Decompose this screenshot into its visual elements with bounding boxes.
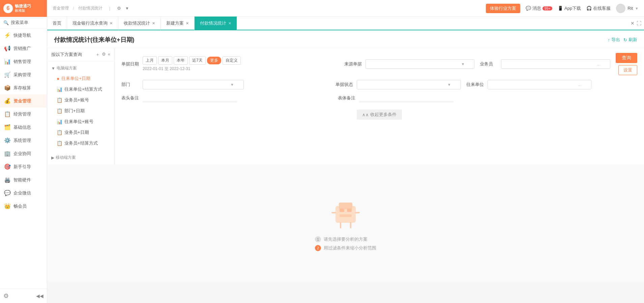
sidebar-item-hardware[interactable]: 🖨️ 智能硬件	[0, 173, 47, 186]
setting-btn[interactable]: 设置	[618, 65, 637, 75]
tab-receipt-stats-label: 收款情况统计	[124, 20, 150, 26]
sidebar-item-finance[interactable]: 💰 资金管理	[0, 94, 47, 108]
empty-illustration	[325, 196, 366, 230]
scheme-item-partner-date[interactable]: ● 往来单位+日期	[47, 73, 114, 84]
source-label: 来源单据	[344, 61, 363, 67]
scheme-active-icon: ●	[57, 76, 59, 81]
scheme-section-mobile-title[interactable]: ▶ 移动端方案	[47, 153, 114, 162]
svg-rect-1	[339, 203, 352, 209]
messages-badge: 99+	[543, 6, 552, 10]
chevron-down-icon[interactable]: ▼	[125, 6, 129, 11]
sidebar-item-quick-nav[interactable]: ⚡ 快捷导航	[0, 29, 47, 42]
tab-home-label: 首页	[53, 20, 61, 26]
scheme-table-icon3: 📋	[57, 130, 62, 135]
bill-status-select[interactable]: ▼	[357, 80, 461, 89]
header-remark-input[interactable]	[143, 94, 237, 102]
sidebar-search[interactable]: 🔍 搜索菜单	[0, 17, 47, 29]
scheme-collapse-icon[interactable]: «	[108, 52, 110, 58]
source-select[interactable]: ▼	[365, 59, 475, 69]
query-btn[interactable]: 查询	[616, 53, 637, 63]
scheme-item-partner-payment[interactable]: 📊 往来单位+结算方式	[47, 84, 114, 95]
page: 付款情况统计(往来单位+日期) ↑ 导出 ↻ 刷新 按	[47, 30, 644, 282]
hardware-label: 智能硬件	[13, 177, 31, 183]
messages-btn[interactable]: 💬 消息 99+	[526, 5, 552, 11]
tab-receipt-close[interactable]: ✕	[152, 21, 155, 26]
sidebar-item-sales[interactable]: 📊 销售管理	[0, 55, 47, 68]
logo-sub: 标准版	[15, 8, 31, 13]
salesman-select[interactable]: …	[501, 59, 610, 69]
sidebar-item-system[interactable]: ⚙️ 系统管理	[0, 134, 47, 147]
sidebar-item-inventory[interactable]: 📦 库存核算	[0, 81, 47, 94]
sidebar-item-basic[interactable]: 🗂️ 基础信息	[0, 121, 47, 134]
tip-text-2: 用过滤条件来缩小分析范围	[324, 245, 376, 251]
chevron-down-icon: ▼	[51, 66, 55, 71]
filter-group-source: 来源单据 ▼	[344, 59, 475, 69]
scheme-item-salesman-account[interactable]: 📋 业务员+账号	[47, 95, 114, 105]
date-label: 单据日期	[121, 61, 140, 67]
sidebar-item-enterprise[interactable]: 🏢 企业协同	[0, 147, 47, 160]
breadcrumb: 资金管理	[53, 5, 69, 11]
sidebar-item-guide[interactable]: 🎯 新手引导	[0, 160, 47, 173]
add-scheme-btn[interactable]: ＋	[95, 52, 100, 58]
scheme-item-label: 业务员+日期	[64, 129, 89, 135]
tab-new-scheme-close[interactable]: ✕	[186, 21, 189, 26]
enterprise-icon: 🏢	[4, 150, 11, 157]
guide-icon: 🎯	[4, 163, 11, 170]
filter-group-dept: 部门 ▼	[121, 80, 330, 89]
close-all-tabs-btn[interactable]: ✕	[631, 21, 635, 26]
svg-rect-4	[340, 214, 352, 217]
online-service-btn[interactable]: 🎧 在线客服	[586, 5, 611, 11]
empty-tip-2: 2 用过滤条件来缩小分析范围	[315, 245, 376, 251]
dept-select[interactable]: ▼	[143, 80, 244, 89]
tab-home[interactable]: 首页	[47, 17, 67, 30]
dept-label: 部门	[121, 82, 140, 88]
last-month-btn[interactable]: 上月	[143, 56, 157, 65]
tab-payment-stats[interactable]: 付款情况统计 ✕	[195, 17, 237, 30]
scheme-item-label: 往来单位+结算方式	[64, 86, 102, 92]
scheme-item-dept-date[interactable]: 📋 部门+日期	[47, 105, 114, 116]
tab-bank-label: 现金银行流水查询	[72, 20, 108, 26]
sidebar-item-wechat[interactable]: 💬 企业微信	[0, 186, 47, 200]
tab-actions: ✕ ⛶	[631, 21, 644, 26]
scheme-section-desktop-title[interactable]: ▼ 电脑端方案	[47, 63, 114, 73]
custom-btn[interactable]: 自定义	[223, 56, 241, 65]
sidebar-item-marketing[interactable]: 📢 营销推广	[0, 42, 47, 55]
tab-payment-close[interactable]: ✕	[228, 21, 231, 26]
online-service-label: 在线客服	[593, 5, 611, 11]
sidebar-item-purchase[interactable]: 🛒 采购管理	[0, 68, 47, 81]
scheme-item-label: 部门+日期	[64, 108, 85, 114]
tab-bank-close[interactable]: ✕	[110, 21, 113, 26]
filter-group-date: 单据日期 上月 本月 本年 近7天 更多 自定义 20	[121, 56, 339, 72]
body-remark-label: 表体备注	[338, 95, 356, 101]
scheme-item-salesman-payment[interactable]: 📋 业务员+结算方式	[47, 138, 114, 149]
tab-receipt-stats[interactable]: 收款情况统计 ✕	[118, 17, 161, 30]
tab-bank[interactable]: 现金银行流水查询 ✕	[67, 17, 118, 30]
scheme-settings-icon[interactable]: ⚙	[102, 52, 106, 58]
body-remark-input[interactable]	[359, 94, 453, 102]
scheme-item-partner-account[interactable]: 📊 往来单位+账号	[47, 116, 114, 127]
tab-new-scheme[interactable]: 新建方案 ✕	[161, 17, 195, 30]
expand-btn[interactable]: ⛶	[637, 21, 641, 26]
trial-btn[interactable]: 体验行业方案	[486, 4, 520, 13]
export-btn[interactable]: ↑ 导出	[608, 37, 620, 43]
system-icon: ⚙️	[4, 137, 11, 144]
scheme-chart-icon2: 📊	[57, 119, 62, 124]
inventory-label: 库存核算	[13, 85, 31, 91]
sidebar-item-member[interactable]: 👑 畅会员	[0, 200, 47, 213]
scheme-table-icon4: 📋	[57, 141, 62, 146]
sidebar-item-operation[interactable]: 📋 经营管理	[0, 108, 47, 121]
collapse-sidebar-btn[interactable]: ◀◀	[36, 293, 43, 299]
user-area[interactable]: Rit ▼	[616, 4, 639, 13]
filter-area: 按以下方案查询 ＋ ⚙ « ▼ 电脑端方案 ●	[47, 48, 644, 164]
app-download-btn[interactable]: 📱 App下载	[558, 5, 581, 11]
collapse-more-btn[interactable]: ∧∧ 收起更多条件	[357, 110, 402, 120]
refresh-btn[interactable]: ↻ 刷新	[623, 37, 637, 43]
settings-btn[interactable]: ⚙	[3, 292, 9, 300]
scheme-item-salesman-date[interactable]: 📋 业务员+日期	[47, 127, 114, 138]
gear-icon[interactable]: ⚙	[117, 6, 121, 11]
this-month-btn[interactable]: 本月	[158, 56, 172, 65]
partner-select[interactable]: …	[488, 80, 591, 89]
more-btn[interactable]: 更多	[207, 57, 221, 64]
this-year-btn[interactable]: 本年	[174, 56, 188, 65]
last-7-btn[interactable]: 近7天	[189, 56, 206, 65]
